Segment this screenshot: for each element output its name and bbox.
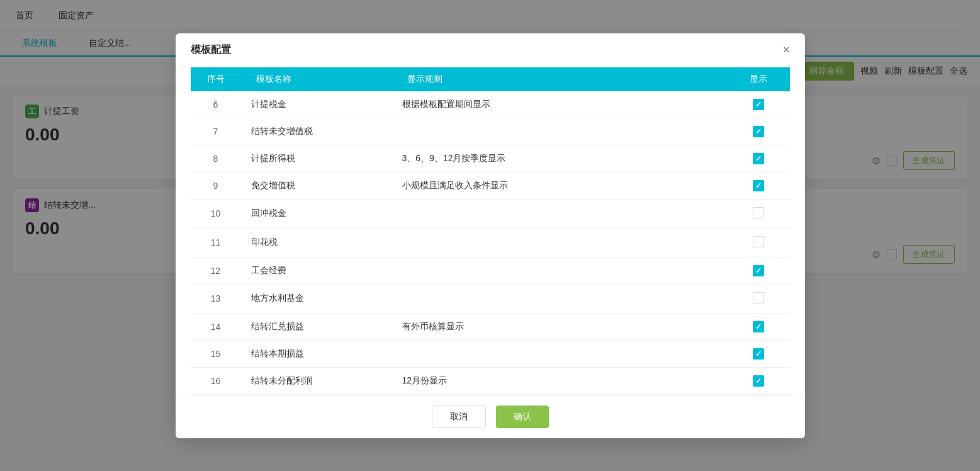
- table-cell-index: 6: [191, 91, 241, 118]
- table-row: 16结转未分配利润12月份显示: [191, 367, 790, 394]
- col-header-index: 序号: [191, 67, 241, 91]
- table-cell-rule: [392, 118, 727, 145]
- table-row: 12工会经费: [191, 257, 790, 284]
- table-row: 7结转未交增值税: [191, 118, 790, 145]
- table-cell-name: 工会经费: [241, 257, 392, 284]
- table-scroll-area[interactable]: 序号 模板名称 显示规则 显示 6计提税金根据模板配置期间显示7结转未交增值税8…: [176, 67, 805, 395]
- table-cell-name: 结转本期损益: [241, 340, 392, 367]
- table-cell-name: 计提所得税: [241, 145, 392, 172]
- table-cell-index: 11: [191, 228, 241, 257]
- table-row: 9免交增值税小规模且满足收入条件显示: [191, 172, 790, 199]
- modal-footer: 取消 确认: [176, 395, 805, 438]
- table-cell-index: 14: [191, 313, 241, 340]
- table-row: 13地方水利基金: [191, 284, 790, 313]
- table-cell-checkbox: [727, 172, 790, 199]
- row-checkbox-16[interactable]: [753, 375, 764, 387]
- table-row: 11印花税: [191, 228, 790, 257]
- table-cell-rule: [392, 340, 727, 367]
- row-checkbox-15[interactable]: [753, 348, 764, 360]
- row-checkbox-11[interactable]: [753, 236, 764, 247]
- table-cell-name: 计提税金: [241, 91, 392, 118]
- table-cell-rule: [392, 257, 727, 284]
- table-cell-rule: 有外币核算显示: [392, 313, 727, 340]
- table-cell-rule: 12月份显示: [392, 367, 727, 394]
- table-cell-rule: 3、6、9、12月按季度显示: [392, 145, 727, 172]
- table-cell-index: 9: [191, 172, 241, 199]
- table-cell-checkbox: [727, 145, 790, 172]
- table-cell-rule: 小规模且满足收入条件显示: [392, 172, 727, 199]
- config-table: 序号 模板名称 显示规则 显示 6计提税金根据模板配置期间显示7结转未交增值税8…: [191, 67, 790, 395]
- table-cell-name: 免交增值税: [241, 172, 392, 199]
- row-checkbox-14[interactable]: [753, 321, 764, 332]
- row-checkbox-8[interactable]: [753, 153, 764, 164]
- col-header-display: 显示: [727, 67, 790, 91]
- table-cell-checkbox: [727, 199, 790, 228]
- table-body: 6计提税金根据模板配置期间显示7结转未交增值税8计提所得税3、6、9、12月按季…: [191, 91, 790, 395]
- table-cell-index: 8: [191, 145, 241, 172]
- modal-header: 模板配置 ×: [176, 33, 805, 67]
- table-cell-checkbox: [727, 284, 790, 313]
- table-row: 10回冲税金: [191, 199, 790, 228]
- table-cell-checkbox: [727, 367, 790, 394]
- table-cell-name: 地方水利基金: [241, 284, 392, 313]
- table-row: 8计提所得税3、6、9、12月按季度显示: [191, 145, 790, 172]
- modal-close-button[interactable]: ×: [783, 44, 790, 55]
- modal-body: 序号 模板名称 显示规则 显示 6计提税金根据模板配置期间显示7结转未交增值税8…: [176, 67, 805, 395]
- table-cell-checkbox: [727, 313, 790, 340]
- table-cell-rule: 根据模板配置期间显示: [392, 91, 727, 118]
- table-cell-checkbox: [727, 340, 790, 367]
- table-cell-checkbox: [727, 228, 790, 257]
- row-checkbox-13[interactable]: [753, 292, 764, 304]
- table-row: 15结转本期损益: [191, 340, 790, 367]
- table-cell-checkbox: [727, 91, 790, 118]
- table-cell-index: 12: [191, 257, 241, 284]
- table-cell-rule: [392, 284, 727, 313]
- table-cell-checkbox: [727, 118, 790, 145]
- table-cell-name: 回冲税金: [241, 199, 392, 228]
- table-cell-index: 7: [191, 118, 241, 145]
- cancel-button[interactable]: 取消: [432, 406, 486, 428]
- table-cell-name: 结转汇兑损益: [241, 313, 392, 340]
- modal-overlay: 模板配置 × 序号 模板名称 显示规则 显示 6计提税金根据模板配置期间显: [0, 0, 980, 471]
- row-checkbox-10[interactable]: [753, 207, 764, 218]
- table-cell-name: 结转未分配利润: [241, 367, 392, 394]
- row-checkbox-7[interactable]: [753, 126, 764, 137]
- table-cell-index: 15: [191, 340, 241, 367]
- row-checkbox-6[interactable]: [753, 99, 764, 110]
- table-cell-name: 结转未交增值税: [241, 118, 392, 145]
- table-cell-index: 13: [191, 284, 241, 313]
- table-cell-rule: [392, 228, 727, 257]
- col-header-name: 模板名称: [241, 67, 392, 91]
- table-header: 序号 模板名称 显示规则 显示: [191, 67, 790, 91]
- table-row: 6计提税金根据模板配置期间显示: [191, 91, 790, 118]
- table-row: 14结转汇兑损益有外币核算显示: [191, 313, 790, 340]
- row-checkbox-9[interactable]: [753, 180, 764, 191]
- template-config-modal: 模板配置 × 序号 模板名称 显示规则 显示 6计提税金根据模板配置期间显: [176, 33, 805, 438]
- table-cell-checkbox: [727, 257, 790, 284]
- table-cell-name: 印花税: [241, 228, 392, 257]
- table-cell-rule: [392, 199, 727, 228]
- table-cell-index: 16: [191, 367, 241, 394]
- table-cell-index: 10: [191, 199, 241, 228]
- modal-title: 模板配置: [191, 43, 231, 57]
- col-header-rule: 显示规则: [392, 67, 727, 91]
- row-checkbox-12[interactable]: [753, 265, 764, 276]
- confirm-button[interactable]: 确认: [496, 406, 549, 428]
